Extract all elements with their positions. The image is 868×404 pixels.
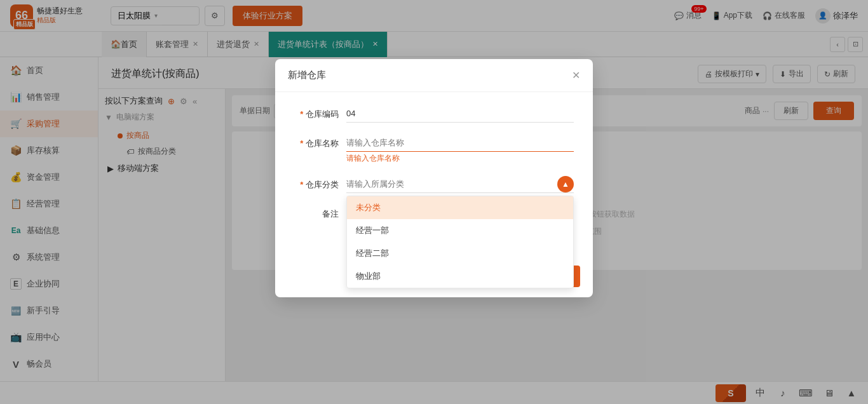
dropdown-item-ops1[interactable]: 经营一部: [347, 219, 573, 242]
code-input[interactable]: [346, 105, 574, 123]
name-error-msg: 请输入仓库名称: [346, 153, 574, 164]
category-input[interactable]: [346, 175, 574, 193]
category-control: ▲ 未分类 经营一部 经营二部 物业部: [346, 175, 574, 193]
code-control: [346, 105, 574, 123]
category-dropdown: 未分类 经营一部 经营二部 物业部: [346, 196, 574, 288]
dropdown-item-ops2[interactable]: 经营二部: [347, 242, 573, 265]
name-control: 请输入仓库名称: [346, 134, 574, 164]
category-arrow-icon[interactable]: ▲: [557, 176, 574, 192]
name-input[interactable]: [346, 134, 574, 152]
dialog-title: 新增仓库: [288, 69, 326, 81]
dialog-close-btn[interactable]: ✕: [572, 69, 580, 81]
code-field-row: 仓库编码: [294, 105, 574, 123]
dialog-header: 新增仓库 ✕: [275, 59, 593, 92]
category-label: 仓库分类: [294, 175, 339, 191]
name-label: 仓库名称: [294, 134, 339, 149]
dialog-body: 仓库编码 仓库名称 请输入仓库名称 仓库分类 ▲: [275, 92, 593, 258]
dropdown-item-property[interactable]: 物业部: [347, 265, 573, 288]
name-field-row: 仓库名称 请输入仓库名称: [294, 134, 574, 164]
code-label: 仓库编码: [294, 105, 339, 120]
dropdown-item-uncategorized[interactable]: 未分类: [347, 196, 573, 219]
remark-label: 备注: [294, 205, 339, 220]
add-warehouse-dialog: 新增仓库 ✕ 仓库编码 仓库名称 请输入仓库名称 仓库分类 ▲: [275, 59, 593, 297]
category-field-row: 仓库分类 ▲ 未分类 经营一部 经营二部: [294, 175, 574, 193]
